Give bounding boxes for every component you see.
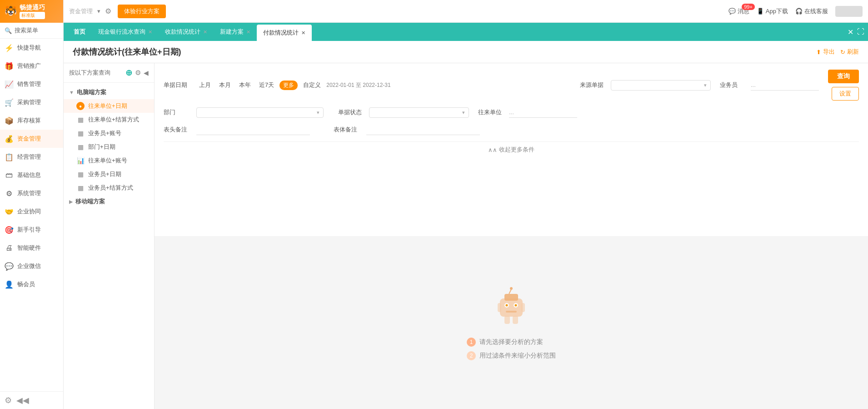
svg-rect-1 <box>504 294 518 301</box>
date-last-month[interactable]: 上月 <box>196 80 214 90</box>
partner-label: 往来单位 <box>478 108 505 116</box>
sidebar-item-wechat[interactable]: 💬 企业微信 <box>0 257 63 275</box>
sidebar-item-fund[interactable]: 💰 资金管理 <box>0 130 63 148</box>
scheme-item-staff-account[interactable]: ▦ 业务员+账号 <box>64 126 154 140</box>
scheme-settings-icon[interactable]: ⚙ <box>135 69 141 77</box>
svg-point-12 <box>510 287 513 290</box>
scheme-item-partner-settle[interactable]: ▦ 往来单位+结算方式 <box>64 113 154 126</box>
collapse-sidebar-icon[interactable]: ◀◀ <box>16 395 29 405</box>
sales-icon: 📈 <box>5 80 14 89</box>
sidebar-item-system[interactable]: ⚙ 系统管理 <box>0 184 63 202</box>
dept-select[interactable]: ▾ <box>196 107 324 118</box>
body-note-input[interactable] <box>366 124 480 135</box>
query-btn[interactable]: 查询 <box>828 70 859 83</box>
sidebar-item-search[interactable]: 🔍 搜索菜单 <box>0 23 63 39</box>
sidebar-item-purchase[interactable]: 🛒 采购管理 <box>0 93 63 111</box>
collapse-more-btn[interactable]: ∧∧ 收起更多条件 <box>164 141 859 157</box>
topbar-gear-icon[interactable]: ⚙ <box>105 7 111 15</box>
source-label: 来源单据 <box>580 81 607 89</box>
doc-status-select-arrow: ▾ <box>462 110 465 116</box>
service-icon: 🎧 <box>795 8 803 15</box>
maximize-btn[interactable]: ⛶ <box>857 28 864 36</box>
close-all-tabs-btn[interactable]: ✕ <box>848 28 853 36</box>
user-avatar[interactable] <box>835 6 863 17</box>
source-select[interactable]: ▾ <box>611 80 711 91</box>
scheme-item-partner-account[interactable]: 📊 往来单位+账号 <box>64 154 154 167</box>
scheme-item-dept-date[interactable]: ▦ 部门+日期 <box>64 140 154 154</box>
doc-status-label: 单据状态 <box>338 108 365 116</box>
tab-new-plan[interactable]: 新建方案 ✕ <box>214 23 257 41</box>
sidebar-item-member[interactable]: 👤 畅会员 <box>0 275 63 293</box>
staff-value[interactable]: ... <box>751 80 819 91</box>
enterprise-icon: 🤝 <box>5 207 14 216</box>
results-area: 1 请先选择要分析的方案 2 用过滤条件来缩小分析范围 <box>155 236 868 409</box>
sidebar-item-quick-nav[interactable]: ⚡ 快捷导航 <box>0 39 63 57</box>
message-btn[interactable]: 💬 消息 99+ <box>728 7 749 15</box>
search-icon: 🔍 <box>5 27 12 34</box>
purchase-icon: 🛒 <box>5 98 14 107</box>
scheme-item-staff-account-label: 业务员+账号 <box>88 129 121 137</box>
filter-setting-btn[interactable]: 设置 <box>832 87 859 101</box>
scheme-collapse-icon[interactable]: ◀ <box>144 69 149 76</box>
app-download-btn[interactable]: 📱 App下载 <box>757 7 788 15</box>
scheme-panel-title: 按以下方案查询 <box>69 69 110 77</box>
sidebar-item-hardware[interactable]: 🖨 智能硬件 <box>0 239 63 257</box>
desktop-section-header[interactable]: ▼ 电脑端方案 <box>64 86 154 99</box>
date-last-7days[interactable]: 近7天 <box>256 80 277 90</box>
page-title: 付款情况统计(往来单位+日期) <box>73 46 181 57</box>
tab-receipt-close[interactable]: ✕ <box>203 29 207 35</box>
add-scheme-btn[interactable]: ⊕ <box>125 68 132 78</box>
svg-rect-10 <box>513 316 518 324</box>
tab-home[interactable]: 首页 <box>67 23 92 41</box>
sidebar-item-sales[interactable]: 📈 销售管理 <box>0 75 63 93</box>
partner-value[interactable]: ... <box>509 107 577 118</box>
scheme-item-partner-date-icon: ● <box>76 102 85 110</box>
doc-status-select[interactable]: ▾ <box>369 107 469 118</box>
scheme-item-staff-settle[interactable]: ▦ 业务员+结算方式 <box>64 181 154 195</box>
fund-icon: 💰 <box>5 134 14 143</box>
scheme-item-partner-date[interactable]: ● 往来单位+日期 <box>64 99 154 113</box>
topbar-dropdown-arrow[interactable]: ▾ <box>97 8 100 15</box>
mobile-section-header[interactable]: ▶ 移动端方案 <box>64 195 154 208</box>
scheme-item-partner-settle-icon: ▦ <box>76 116 85 124</box>
sidebar-item-guide[interactable]: 🎯 新手引导 <box>0 221 63 239</box>
scheme-item-staff-settle-label: 业务员+结算方式 <box>88 184 133 192</box>
scheme-item-partner-account-icon: 📊 <box>76 157 85 165</box>
trial-btn[interactable]: 体验行业方案 <box>118 5 166 18</box>
tab-new-plan-close[interactable]: ✕ <box>246 29 250 35</box>
sidebar-search-label: 搜索菜单 <box>15 26 38 35</box>
date-this-month[interactable]: 本月 <box>216 80 234 90</box>
export-btn[interactable]: ⬆ 导出 <box>816 48 835 56</box>
date-more[interactable]: 更多 <box>279 81 298 90</box>
filter-content: 单据日期 上月 本月 本年 近7天 更多 自定义 2022-01-01 至 20… <box>155 63 868 164</box>
dept-select-arrow: ▾ <box>317 110 319 116</box>
scheme-panel-actions: ⊕ ⚙ ◀ <box>125 68 149 78</box>
basic-icon: 🗃 <box>5 171 14 180</box>
tab-bank[interactable]: 现金银行流水查询 ✕ <box>92 23 159 41</box>
date-this-year[interactable]: 本年 <box>236 80 254 90</box>
tab-bank-close[interactable]: ✕ <box>148 29 152 35</box>
message-icon: 💬 <box>728 8 736 15</box>
content-area: 按以下方案查询 ⊕ ⚙ ◀ ▼ 电脑端方案 ● 往来单位+日期 <box>64 63 868 409</box>
page-header: 付款情况统计(往来单位+日期) ⬆ 导出 ↻ 刷新 <box>64 41 868 63</box>
desktop-section-title: 电脑端方案 <box>77 88 106 96</box>
scheme-item-partner-date-label: 往来单位+日期 <box>88 102 127 110</box>
scheme-item-dept-date-icon: ▦ <box>76 143 85 151</box>
sidebar-item-inventory[interactable]: 📦 库存核算 <box>0 111 63 130</box>
scheme-item-staff-date[interactable]: ▦ 业务员+日期 <box>64 167 154 181</box>
sidebar-item-basic[interactable]: 🗃 基础信息 <box>0 166 63 184</box>
refresh-btn[interactable]: ↻ 刷新 <box>840 48 859 56</box>
header-note-input[interactable] <box>196 124 310 135</box>
tab-bank-label: 现金银行流水查询 <box>98 28 145 36</box>
date-custom[interactable]: 自定义 <box>300 80 324 90</box>
sidebar-item-operation[interactable]: 📋 经营管理 <box>0 148 63 166</box>
svg-rect-0 <box>500 298 523 317</box>
tab-payment-close[interactable]: ✕ <box>301 30 305 36</box>
tab-payment-stats[interactable]: 付款情况统计 ✕ <box>257 25 312 41</box>
desktop-section: ▼ 电脑端方案 ● 往来单位+日期 ▦ 往来单位+结算方式 ▦ 业务员+账号 <box>64 86 154 195</box>
online-service-btn[interactable]: 🎧 在线客服 <box>795 7 828 15</box>
tab-receipt-stats[interactable]: 收款情况统计 ✕ <box>159 23 214 41</box>
settings-bottom-icon[interactable]: ⚙ <box>5 395 12 405</box>
sidebar-item-enterprise[interactable]: 🤝 企业协同 <box>0 202 63 221</box>
sidebar-item-marketing[interactable]: 🎁 营销推广 <box>0 57 63 75</box>
